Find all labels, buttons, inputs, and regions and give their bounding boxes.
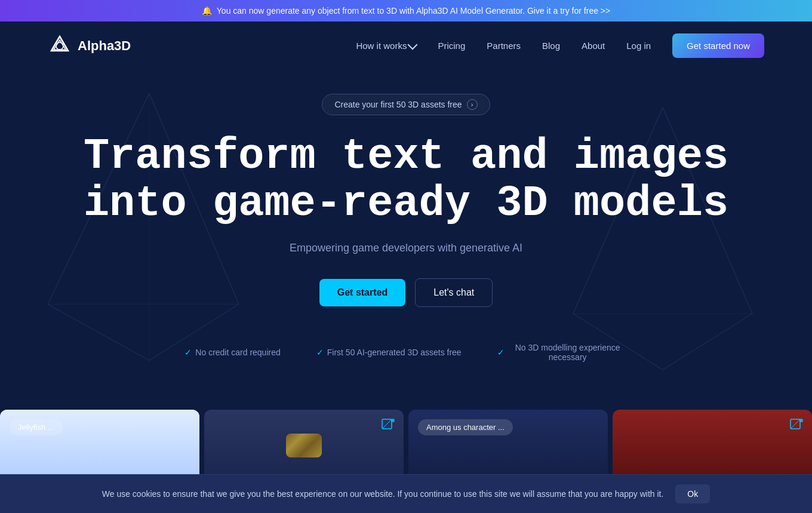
feature-badges: ✓ No credit card required ✓ First 50 AI-… xyxy=(12,343,800,362)
nav-how-it-works-label: How it works xyxy=(356,41,407,51)
lets-chat-button[interactable]: Let's chat xyxy=(415,278,493,307)
nav-pricing[interactable]: Pricing xyxy=(438,41,465,51)
hero-section: Create your first 50 3D assets free › Tr… xyxy=(0,70,812,398)
check-icon-2: ✓ xyxy=(497,348,505,357)
feature-text-0: No credit card required xyxy=(195,348,280,357)
card-among-us[interactable]: Among us character ... xyxy=(408,410,608,481)
logo[interactable]: Alpha3D xyxy=(48,34,131,58)
cookie-ok-button[interactable]: Ok xyxy=(675,484,710,503)
bell-icon: 🔔 xyxy=(202,6,212,16)
chevron-down-icon xyxy=(408,39,418,50)
feature-badge-0: ✓ No credit card required xyxy=(184,348,280,357)
get-started-button[interactable]: Get started xyxy=(319,279,405,306)
nav-links: How it works Pricing Partners Blog About… xyxy=(356,33,764,58)
svg-point-13 xyxy=(391,419,395,422)
card-among-us-label: Among us character ... xyxy=(418,419,513,435)
nav-partners[interactable]: Partners xyxy=(487,41,521,51)
logo-text: Alpha3D xyxy=(78,38,131,54)
cta-pill-arrow-icon: › xyxy=(467,99,478,110)
svg-point-0 xyxy=(56,42,63,50)
navigation: Alpha3D How it works Pricing Partners Bl… xyxy=(0,21,812,70)
card-red-3d-icon xyxy=(788,417,805,437)
hero-title-line1: Transform text and images xyxy=(84,132,728,181)
top-banner[interactable]: 🔔 You can now generate any object from t… xyxy=(0,0,812,21)
hero-title: Transform text and images into game-read… xyxy=(12,133,800,228)
cookie-banner: We use cookies to ensure that we give yo… xyxy=(0,474,812,513)
nav-login-label: Log in xyxy=(626,41,651,51)
nav-how-it-works[interactable]: How it works xyxy=(356,41,416,51)
feature-badge-2: ✓ No 3D modelling experience necessary xyxy=(497,343,628,362)
cta-pill[interactable]: Create your first 50 3D assets free › xyxy=(322,94,490,115)
feature-text-2: No 3D modelling experience necessary xyxy=(508,343,628,362)
hero-buttons: Get started Let's chat xyxy=(12,278,800,307)
nav-get-started-button[interactable]: Get started now xyxy=(672,33,764,58)
banner-text: You can now generate any object from tex… xyxy=(217,6,610,16)
nav-pricing-label: Pricing xyxy=(438,41,465,51)
card-leopard[interactable] xyxy=(204,410,404,481)
cards-section: Jellyfish ... Among us character ... xyxy=(0,410,812,481)
nav-blog[interactable]: Blog xyxy=(542,41,560,51)
hero-subtitle: Empowering game developers with generati… xyxy=(12,242,800,254)
card-jellyfish-label: Jellyfish ... xyxy=(10,419,63,435)
check-icon-1: ✓ xyxy=(316,348,324,357)
nav-login[interactable]: Log in xyxy=(626,41,651,51)
feature-badge-1: ✓ First 50 AI-generated 3D assets free xyxy=(316,348,462,357)
cookie-text: We use cookies to ensure that we give yo… xyxy=(102,489,664,499)
hero-content: Create your first 50 3D assets free › Tr… xyxy=(12,94,800,362)
feature-text-1: First 50 AI-generated 3D assets free xyxy=(327,348,462,357)
check-icon-0: ✓ xyxy=(184,348,192,357)
hero-title-line2: into game-ready 3D models xyxy=(84,179,728,228)
logo-icon xyxy=(48,34,72,58)
nav-about[interactable]: About xyxy=(582,41,605,51)
nav-partners-label: Partners xyxy=(487,41,521,51)
cta-pill-text: Create your first 50 3D assets free xyxy=(334,100,462,109)
card-red-box[interactable] xyxy=(613,410,812,481)
card-jellyfish[interactable]: Jellyfish ... xyxy=(0,410,199,481)
nav-about-label: About xyxy=(582,41,605,51)
card-leopard-3d-icon xyxy=(380,417,396,437)
nav-blog-label: Blog xyxy=(542,41,560,51)
svg-point-15 xyxy=(799,419,803,422)
